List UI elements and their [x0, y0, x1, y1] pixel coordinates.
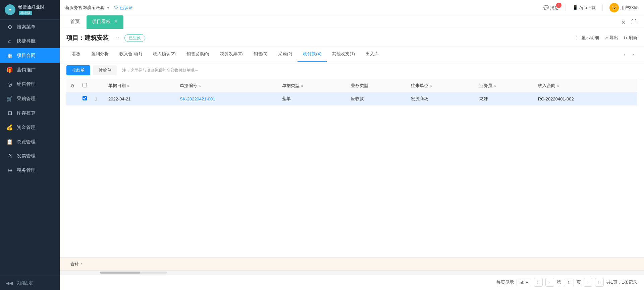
more-options-button[interactable]: ···	[113, 35, 120, 41]
th-income-contract[interactable]: 收入合同⇅	[534, 79, 637, 92]
sub-tab-other[interactable]: 其他收支(1)	[327, 47, 360, 62]
account-selector[interactable]: 新服务官网演示账套 ▼	[65, 5, 110, 11]
sidebar-item-project[interactable]: ▦ 项目合同	[0, 48, 60, 63]
row-salesperson: 龙妹	[479, 96, 488, 101]
tab-project-board-label: 项目看板	[92, 19, 111, 24]
sidebar-item-finance[interactable]: 💰 资金管理	[0, 120, 60, 135]
tab-project-board[interactable]: 项目看板 ✕	[87, 15, 123, 29]
close-window-button[interactable]: ✕	[619, 17, 628, 27]
sidebar-item-tax[interactable]: ⊕ 税务管理	[0, 163, 60, 177]
row-income-contract: RC-20220401-002	[538, 96, 574, 101]
sub-tab-purchase-label: 采购(2)	[278, 51, 292, 56]
sub-tab-warehouse[interactable]: 出入库	[360, 47, 384, 62]
td-code[interactable]: SK-20220421-001	[176, 92, 278, 105]
show-detail-input[interactable]	[576, 36, 580, 40]
sidebar-item-invoice[interactable]: 🖨 发票管理	[0, 149, 60, 163]
prev-page-button[interactable]: ‹	[545, 278, 554, 287]
maximize-button[interactable]: ⛶	[629, 17, 639, 27]
sidebar-item-inventory[interactable]: ⊡ 库存核算	[0, 106, 60, 120]
next-page-button[interactable]: ›	[584, 278, 592, 287]
sub-tabs-next-button[interactable]: ›	[629, 50, 637, 58]
sub-tab-sales[interactable]: 销售(0)	[248, 47, 273, 62]
th-code[interactable]: 单据编号⇅	[176, 79, 278, 92]
purchase-icon: 🛒	[6, 95, 13, 102]
horizontal-scrollbar[interactable]	[60, 270, 644, 274]
row-type: 蓝单	[282, 96, 291, 101]
th-salesperson[interactable]: 业务员⇅	[475, 79, 534, 92]
app-download-button[interactable]: 📱 App下载	[573, 5, 596, 11]
show-detail-checkbox[interactable]: 显示明细	[576, 35, 599, 41]
sidebar: ✦ 畅捷通好业财 标准版 ⊙ 搜索菜单 ⌂ 快捷导航 ▦ 项目合同 🎁 营销推广…	[0, 0, 60, 290]
table-note: 注：这里是与项目关联的全部收付款单哦～	[122, 68, 199, 73]
tab-close-icon[interactable]: ✕	[114, 19, 118, 24]
sidebar-label-quicknav: 快捷导航	[17, 38, 36, 44]
last-page-button[interactable]: ⟩⟩	[595, 278, 604, 287]
export-button[interactable]: ↗ 导出	[604, 35, 618, 41]
sub-tab-payment-label: 收付款(4)	[303, 51, 321, 56]
project-header: 项目：建筑安装 ··· 已生效 显示明细 ↗ 导出 ↻ 刷新	[60, 29, 644, 47]
phone-icon: 📱	[573, 5, 578, 10]
user-button[interactable]: 🐱 用户3355	[609, 3, 639, 12]
per-page-select[interactable]: 50 ▾	[517, 279, 531, 286]
sidebar-item-search[interactable]: ⊙ 搜索菜单	[0, 20, 60, 34]
sidebar-label-project: 项目合同	[17, 53, 36, 59]
th-num	[91, 79, 104, 92]
sidebar-item-purchase[interactable]: 🛒 采购管理	[0, 91, 60, 106]
td-checkbox[interactable]	[78, 92, 91, 105]
td-num: 1	[91, 92, 104, 105]
sub-tab-sales-invoice-label: 销售发票(0)	[186, 51, 209, 56]
logo-title: 畅捷通好业财	[18, 4, 44, 10]
sub-tab-sales-invoice[interactable]: 销售发票(0)	[181, 47, 215, 62]
sort-contract-icon: ⇅	[556, 84, 559, 88]
user-label: 用户3355	[620, 5, 639, 11]
sidebar-item-marketing[interactable]: 🎁 营销推广	[0, 63, 60, 77]
total-row: 合计：	[60, 257, 644, 270]
scroll-thumb[interactable]	[100, 272, 140, 274]
main-area: 新服务官网演示账套 ▼ 🛡 已认证 💬 消息 1 📱 App下载 🐱 用户335…	[60, 0, 644, 290]
sidebar-item-quicknav[interactable]: ⌂ 快捷导航	[0, 34, 60, 48]
unpin-button[interactable]: ◀◀ 取消固定	[0, 276, 60, 290]
sub-tab-kanban[interactable]: 看板	[66, 47, 86, 62]
sidebar-label-ledger: 总账管理	[17, 139, 36, 145]
sub-tab-profit[interactable]: 盈利分析	[86, 47, 114, 62]
sidebar-label-purchase: 采购管理	[17, 96, 36, 102]
inner-tab-payment[interactable]: 付款单	[93, 65, 117, 75]
tab-actions: ✕ ⛶	[619, 17, 639, 27]
ledger-icon: 📋	[6, 139, 13, 145]
tab-home[interactable]: 首页	[65, 15, 85, 29]
sort-code-icon: ⇅	[198, 84, 201, 88]
th-settings[interactable]: ⚙	[66, 79, 78, 92]
row-checkbox[interactable]	[83, 96, 87, 100]
sub-tab-income-contract[interactable]: 收入合同(1)	[114, 47, 148, 62]
account-dropdown-icon: ▼	[106, 6, 110, 10]
select-all-checkbox[interactable]	[83, 83, 87, 87]
message-button[interactable]: 💬 消息 1	[543, 5, 559, 11]
sub-tabs-prev-button[interactable]: ‹	[621, 50, 629, 58]
sidebar-label-marketing: 营销推广	[17, 67, 36, 73]
inner-tab-receipt[interactable]: 收款单	[66, 65, 90, 75]
sidebar-nav: ⊙ 搜索菜单 ⌂ 快捷导航 ▦ 项目合同 🎁 营销推广 ◎ 销售管理 🛒 采购管…	[0, 20, 60, 276]
page-content: 项目：建筑安装 ··· 已生效 显示明细 ↗ 导出 ↻ 刷新	[60, 29, 644, 290]
table-row[interactable]: 1 2022-04-21 SK-20220421-001 蓝单 应收款	[66, 92, 637, 105]
settings-icon[interactable]: ⚙	[70, 83, 74, 88]
row-code-link[interactable]: SK-20220421-001	[180, 96, 215, 101]
sub-tab-income-confirm[interactable]: 收入确认(2)	[148, 47, 181, 62]
th-salesperson-label: 业务员	[479, 83, 492, 89]
sub-tab-tax-invoice[interactable]: 税务发票(0)	[215, 47, 248, 62]
sub-tab-payment[interactable]: 收付款(4)	[298, 47, 327, 62]
scroll-track[interactable]	[100, 272, 167, 274]
logo-badge: 标准版	[19, 11, 32, 15]
sidebar-item-sales[interactable]: ◎ 销售管理	[0, 77, 60, 91]
invoice-icon: 🖨	[6, 153, 13, 159]
th-partner[interactable]: 往来单位⇅	[407, 79, 476, 92]
first-page-button[interactable]: ⟨⟨	[534, 278, 543, 287]
current-page-input[interactable]: 1	[564, 279, 574, 286]
page-label: 第	[557, 279, 561, 285]
refresh-button[interactable]: ↻ 刷新	[624, 35, 637, 41]
sidebar-item-ledger[interactable]: 📋 总账管理	[0, 135, 60, 149]
sub-tab-purchase[interactable]: 采购(2)	[273, 47, 298, 62]
th-type[interactable]: 单据类型⇅	[278, 79, 347, 92]
th-biz-type-label: 业务类型	[351, 83, 368, 88]
th-date[interactable]: 单据日期⇅	[104, 79, 176, 92]
sub-tab-sales-label: 销售(0)	[254, 51, 268, 56]
